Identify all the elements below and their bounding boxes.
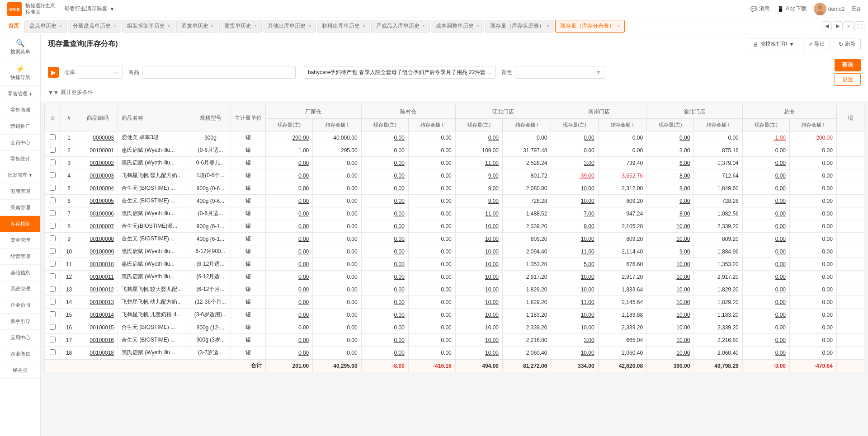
row-c-qty[interactable]: 0.00	[361, 195, 408, 207]
row-y-qty[interactable]: 10.00	[647, 258, 694, 271]
print-btn[interactable]: 🖨 按模板打印 ▼	[748, 38, 799, 50]
row-c-qty[interactable]: 0.00	[361, 258, 408, 271]
tab-order-history[interactable]: 要货单历史 ×	[219, 20, 262, 33]
message-btn[interactable]: 💬 消息	[750, 5, 770, 13]
row-n-qty[interactable]: 3.00	[551, 157, 598, 169]
checkbox[interactable]	[50, 337, 56, 342]
checkbox[interactable]	[50, 134, 56, 140]
row-code[interactable]: 00100001	[77, 144, 118, 157]
warehouse-dots-btn[interactable]: ···	[113, 68, 119, 76]
row-checkbox[interactable]	[45, 321, 61, 334]
row-y-qty[interactable]: 8.00	[647, 169, 694, 182]
row-y-qty[interactable]: 10.00	[647, 296, 694, 309]
close-icon[interactable]: ×	[422, 23, 425, 28]
row-f-qty[interactable]: 0.00	[266, 309, 313, 321]
row-t-qty[interactable]: 0.00	[742, 195, 789, 207]
row-t-qty[interactable]: 0.00	[742, 283, 789, 296]
tab-portion-history[interactable]: 分量盘点单历史 ×	[68, 20, 121, 33]
sidebar-item-marketing[interactable]: 营销推广	[0, 118, 40, 135]
row-code[interactable]: 00100006	[77, 207, 118, 220]
row-checkbox[interactable]	[45, 131, 61, 144]
row-t-qty[interactable]: 0.00	[742, 182, 789, 195]
row-c-qty[interactable]: 0.00	[361, 309, 408, 321]
row-checkbox[interactable]	[45, 347, 61, 360]
app-download-btn[interactable]: 📱 App下载	[777, 5, 806, 13]
row-t-qty[interactable]: 0.00	[742, 220, 789, 233]
tab-next-btn[interactable]: ▶	[833, 21, 843, 31]
row-code[interactable]: 00100010	[77, 258, 118, 271]
row-n-qty[interactable]: 10.00	[551, 271, 598, 283]
close-icon[interactable]: ×	[211, 23, 214, 28]
row-c-qty[interactable]: 0.00	[361, 245, 408, 258]
row-checkbox[interactable]	[45, 245, 61, 258]
checkbox[interactable]	[50, 147, 56, 153]
sidebar-item-inventory[interactable]: 库存核算	[0, 216, 40, 232]
row-t-qty[interactable]: 0.00	[742, 245, 789, 258]
row-f-qty[interactable]: 0.00	[266, 195, 313, 207]
checkbox[interactable]	[50, 185, 56, 191]
row-checkbox[interactable]	[45, 283, 61, 296]
row-t-qty[interactable]: 0.00	[742, 258, 789, 271]
row-j-qty[interactable]: 10.00	[455, 321, 502, 334]
row-c-qty[interactable]: 0.00	[361, 334, 408, 347]
row-code[interactable]: 00100014	[77, 309, 118, 321]
tab-product-inbound[interactable]: 产成品入库单历史 ×	[371, 20, 430, 33]
goods-input[interactable]	[142, 66, 296, 79]
row-code[interactable]: 00100018	[77, 347, 118, 360]
row-n-qty[interactable]: 10.00	[551, 182, 598, 195]
row-y-qty[interactable]: 9.00	[647, 195, 694, 207]
row-j-qty[interactable]: 10.00	[455, 233, 502, 245]
row-n-qty[interactable]: 10.00	[551, 283, 598, 296]
row-f-qty[interactable]: 0.00	[266, 321, 313, 334]
export-btn[interactable]: ↗ 导出	[803, 38, 830, 50]
tab-cost-adjustment[interactable]: 成本调整单历史 ×	[431, 20, 484, 33]
checkbox[interactable]	[50, 311, 56, 317]
tab-stock-status[interactable]: 现存量（库存状况表）×	[485, 20, 555, 33]
row-code[interactable]: 0000003	[77, 131, 118, 144]
row-checkbox[interactable]	[45, 233, 61, 245]
row-code[interactable]: 00100003	[77, 169, 118, 182]
row-code[interactable]: 00100013	[77, 296, 118, 309]
row-t-qty[interactable]: 0.00	[742, 271, 789, 283]
close-icon[interactable]: ×	[59, 23, 62, 28]
row-c-qty[interactable]: 0.00	[361, 233, 408, 245]
query-btn[interactable]: 查询	[835, 59, 861, 71]
row-y-qty[interactable]: 6.00	[647, 157, 694, 169]
row-code[interactable]: 00100005	[77, 195, 118, 207]
row-t-qty[interactable]: 0.00	[742, 144, 789, 157]
tab-transfer-history[interactable]: 调拨单历史 ×	[176, 20, 219, 33]
row-j-qty[interactable]: 11.00	[455, 207, 502, 220]
sidebar-item-operations[interactable]: 经营管理	[0, 248, 40, 265]
row-j-qty[interactable]: 10.00	[455, 220, 502, 233]
row-n-qty[interactable]: 10.00	[551, 347, 598, 360]
row-t-qty[interactable]: 0.00	[742, 169, 789, 182]
row-t-qty[interactable]: -1.00	[742, 131, 789, 144]
row-j-qty[interactable]: 10.00	[455, 309, 502, 321]
row-y-qty[interactable]: 10.00	[647, 271, 694, 283]
row-n-qty[interactable]: 9.00	[551, 220, 598, 233]
checkbox[interactable]	[50, 324, 56, 330]
sidebar-item-enterprise[interactable]: 企业协同	[0, 297, 40, 314]
row-c-qty[interactable]: 0.00	[361, 207, 408, 220]
tab-prev-btn[interactable]: ◀	[822, 21, 832, 31]
row-c-qty[interactable]: 0.00	[361, 283, 408, 296]
row-n-qty[interactable]: 11.00	[551, 245, 598, 258]
sidebar-item-mall[interactable]: 零售商城	[0, 102, 40, 118]
sidebar-item-search[interactable]: 🔍 搜索英单	[0, 34, 40, 60]
row-f-qty[interactable]: 0.00	[266, 347, 313, 360]
checkbox[interactable]	[50, 172, 56, 178]
row-t-qty[interactable]: 0.00	[742, 334, 789, 347]
row-f-qty[interactable]: 0.00	[266, 157, 313, 169]
sidebar-item-retail[interactable]: 零售管理▲	[0, 86, 40, 102]
row-checkbox[interactable]	[45, 182, 61, 195]
row-c-qty[interactable]: 0.00	[361, 321, 408, 334]
row-j-qty[interactable]: 9.00	[455, 195, 502, 207]
row-checkbox[interactable]	[45, 169, 61, 182]
sidebar-item-guide[interactable]: 新手引导	[0, 314, 40, 330]
row-f-qty[interactable]: 0.00	[266, 182, 313, 195]
row-f-qty[interactable]: 0.00	[266, 207, 313, 220]
close-icon[interactable]: ×	[363, 23, 365, 28]
checkbox[interactable]	[50, 210, 56, 216]
row-y-qty[interactable]: 10.00	[647, 283, 694, 296]
row-y-qty[interactable]: 10.00	[647, 321, 694, 334]
